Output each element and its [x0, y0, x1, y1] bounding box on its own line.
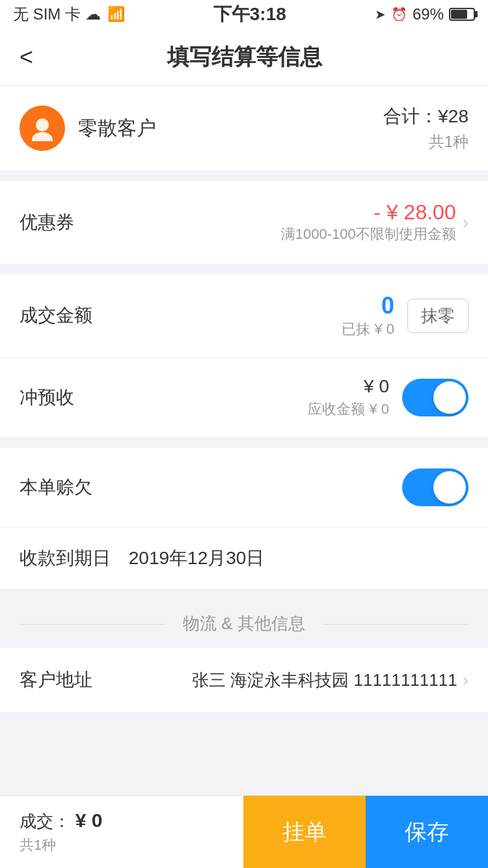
due-date-row: 收款到期日 2019年12月30日: [0, 527, 488, 589]
debt-row: 本单赊欠: [0, 448, 488, 527]
bottom-count: 共1种: [20, 835, 224, 855]
wifi-icon: 📶: [107, 6, 125, 23]
address-value: 张三 海淀永丰科技园 11111111111: [192, 669, 457, 692]
battery-percent: 69%: [413, 5, 444, 23]
battery-icon: [449, 8, 475, 21]
logistics-label: 物流 & 其他信息: [183, 614, 305, 633]
status-right: ➤ ⏰ 69%: [375, 5, 475, 23]
avatar: [20, 105, 65, 151]
save-button[interactable]: 保存: [366, 796, 488, 869]
logistics-header: 物流 & 其他信息: [0, 599, 488, 648]
pre-collection-label: 冲预收: [20, 385, 74, 410]
bottom-deal-amount: ¥ 0: [75, 809, 103, 831]
customer-row: 零散客户 合计：¥28 共1种: [0, 86, 488, 170]
content: 零散客户 合计：¥28 共1种 优惠券 - ¥ 28.00 满1000-100不…: [0, 86, 488, 800]
pre-collection-row: 冲预收 ¥ 0 应收金额 ¥ 0: [0, 358, 488, 437]
amount-sub: 0 已抹 ¥ 0: [342, 292, 394, 339]
pre-collection-right: ¥ 0 应收金额 ¥ 0: [308, 376, 468, 419]
alarm-icon: ⏰: [391, 7, 407, 22]
bottom-info: 成交： ¥ 0 共1种: [0, 809, 243, 855]
coupon-right: - ¥ 28.00 满1000-100不限制使用金额 ›: [281, 200, 468, 244]
debt-label: 本单赊欠: [20, 475, 92, 500]
page-title: 填写结算等信息: [46, 42, 442, 72]
due-date-label: 收款到期日: [20, 548, 111, 568]
bottom-deal-label: 成交：: [20, 811, 70, 831]
back-button[interactable]: <: [20, 37, 46, 77]
pre-collection-toggle[interactable]: [402, 379, 468, 416]
transaction-section: 成交金额 0 已抹 ¥ 0 抹零 冲预收 ¥ 0 应收金额 ¥ 0: [0, 274, 488, 437]
total-count: 共1种: [383, 131, 468, 152]
address-label: 客户地址: [20, 668, 92, 692]
transaction-right: 0 已抹 ¥ 0 抹零: [342, 292, 468, 339]
debt-toggle[interactable]: [402, 468, 468, 506]
sim-label: 无 SIM 卡 ☁: [13, 4, 101, 25]
chevron-right-icon: ›: [463, 212, 468, 233]
customer-total: 合计：¥28 共1种: [383, 104, 468, 152]
debt-section: 本单赊欠 收款到期日 2019年12月30日: [0, 448, 488, 589]
transaction-label: 成交金额: [20, 303, 92, 328]
round-off-button[interactable]: 抹零: [407, 299, 468, 333]
customer-name: 零散客户: [78, 115, 156, 142]
address-right: 张三 海淀永丰科技园 11111111111 ›: [192, 669, 468, 692]
svg-point-1: [32, 132, 53, 141]
coupon-desc: 满1000-100不限制使用金额: [281, 224, 456, 244]
already-rounded: 已抹 ¥ 0: [342, 319, 394, 339]
pre-collection-amounts: ¥ 0 应收金额 ¥ 0: [308, 376, 389, 419]
transaction-row: 成交金额 0 已抹 ¥ 0 抹零: [0, 274, 488, 358]
transaction-value[interactable]: 0: [381, 292, 394, 319]
pre-collection-amount: ¥ 0: [308, 376, 389, 397]
status-left: 无 SIM 卡 ☁ 📶: [13, 4, 125, 25]
due-date-value: 2019年12月30日: [129, 548, 265, 568]
coupon-amount: - ¥ 28.00: [281, 200, 456, 224]
customer-info: 零散客户: [20, 105, 156, 151]
bottom-bar: 成交： ¥ 0 共1种 挂单 保存: [0, 795, 488, 868]
coupon-label: 优惠券: [20, 210, 74, 235]
location-icon: ➤: [375, 7, 386, 22]
bottom-deal: 成交： ¥ 0: [20, 809, 224, 833]
address-chevron-icon: ›: [463, 670, 468, 690]
status-time: 下午3:18: [213, 2, 286, 27]
svg-point-0: [36, 118, 49, 131]
debt-toggle-thumb: [433, 471, 466, 504]
address-row[interactable]: 客户地址 张三 海淀永丰科技园 11111111111 ›: [0, 648, 488, 712]
hold-button[interactable]: 挂单: [243, 796, 366, 869]
total-price: 合计：¥28: [383, 104, 468, 129]
receivable-amount: 应收金额 ¥ 0: [308, 400, 389, 419]
status-bar: 无 SIM 卡 ☁ 📶 下午3:18 ➤ ⏰ 69%: [0, 0, 488, 29]
nav-bar: < 填写结算等信息: [0, 29, 488, 86]
coupon-row[interactable]: 优惠券 - ¥ 28.00 满1000-100不限制使用金额 ›: [0, 181, 488, 264]
toggle-thumb: [433, 381, 466, 414]
